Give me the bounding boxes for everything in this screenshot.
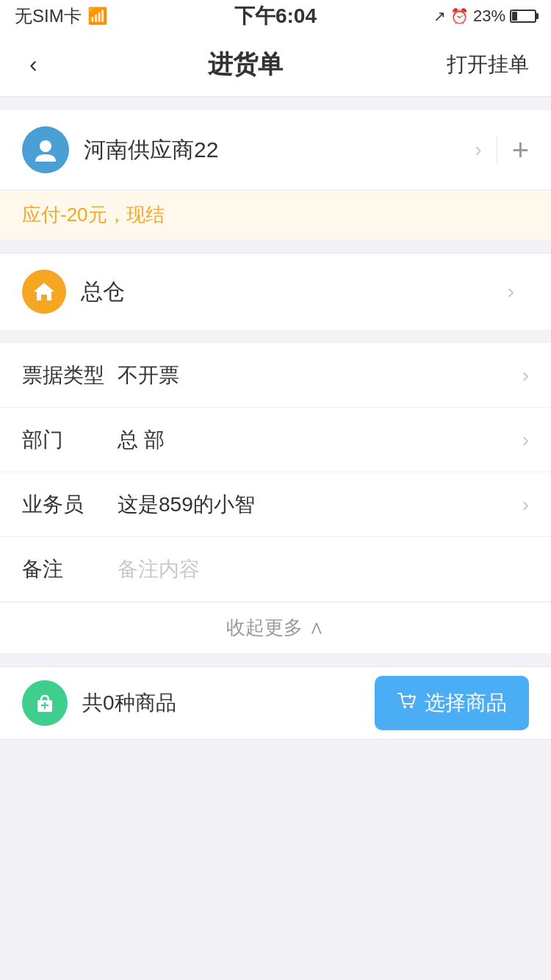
supplier-avatar — [22, 126, 69, 173]
invoice-type-row[interactable]: 票据类型 不开票 › — [0, 343, 551, 408]
remark-row[interactable]: 备注 备注内容 — [0, 537, 551, 602]
salesman-label: 业务员 — [22, 491, 118, 519]
supplier-name: 河南供应商22 — [84, 135, 475, 165]
invoice-type-value: 不开票 — [118, 361, 522, 389]
status-time: 下午6:04 — [234, 2, 317, 30]
department-value: 总 部 — [118, 426, 522, 454]
location-icon: ↗ — [433, 7, 446, 25]
select-product-label: 选择商品 — [425, 689, 507, 717]
department-row[interactable]: 部门 总 部 › — [0, 408, 551, 472]
svg-point-6 — [410, 705, 413, 708]
cart-icon — [397, 691, 417, 711]
salesman-value: 这是859的小智 — [118, 491, 522, 519]
battery-icon — [510, 10, 536, 23]
department-chevron-icon: › — [522, 428, 529, 452]
back-button[interactable]: ‹ — [22, 43, 45, 85]
remark-input[interactable]: 备注内容 — [118, 555, 529, 583]
svg-rect-1 — [41, 295, 47, 300]
section-gap-1 — [0, 97, 551, 110]
alarm-icon: ⏰ — [450, 7, 469, 25]
remark-label: 备注 — [22, 555, 118, 583]
collapse-label: 收起更多 ∧ — [226, 615, 324, 641]
house-icon — [32, 280, 56, 303]
status-right: ↗ ⏰ 23% — [433, 7, 536, 26]
warehouse-row[interactable]: 总仓 › — [0, 253, 551, 330]
page-background — [0, 740, 551, 960]
salesman-chevron-icon: › — [522, 493, 529, 516]
shopping-bag-icon — [32, 691, 57, 716]
notice-bar: 应付-20元，现结 — [0, 190, 551, 239]
person-icon — [32, 137, 59, 163]
collapse-button[interactable]: 收起更多 ∧ — [0, 602, 551, 653]
warehouse-chevron-icon: › — [508, 280, 514, 303]
form-section: 票据类型 不开票 › 部门 总 部 › 业务员 这是859的小智 › 备注 备注… — [0, 343, 551, 602]
invoice-chevron-icon: › — [522, 364, 529, 387]
svg-point-0 — [40, 140, 51, 152]
status-bar: 无SIM卡 📶 下午6:04 ↗ ⏰ 23% — [0, 0, 551, 32]
notice-text: 应付-20元，现结 — [22, 203, 165, 226]
open-pending-button[interactable]: 打开挂单 — [447, 51, 529, 79]
select-product-icon — [397, 691, 417, 716]
divider — [497, 135, 497, 165]
invoice-type-label: 票据类型 — [22, 361, 118, 389]
select-product-button[interactable]: 选择商品 — [375, 676, 529, 730]
warehouse-icon — [22, 270, 66, 314]
status-left: 无SIM卡 📶 — [15, 4, 107, 28]
wifi-icon: 📶 — [87, 7, 107, 26]
product-count-label: 共0种商品 — [82, 689, 375, 717]
bottom-product-section: 共0种商品 选择商品 — [0, 666, 551, 740]
supplier-row[interactable]: 河南供应商22 › + — [0, 110, 551, 190]
battery-percent: 23% — [473, 7, 505, 26]
supplier-chevron-icon: › — [475, 138, 481, 162]
product-icon — [22, 680, 68, 726]
add-supplier-button[interactable]: + — [512, 134, 529, 167]
carrier-label: 无SIM卡 — [15, 4, 82, 28]
nav-bar: ‹ 进货单 打开挂单 — [0, 32, 551, 97]
page-title: 进货单 — [208, 48, 283, 82]
salesman-row[interactable]: 业务员 这是859的小智 › — [0, 472, 551, 537]
department-label: 部门 — [22, 426, 118, 454]
svg-point-5 — [403, 705, 406, 708]
warehouse-name: 总仓 — [81, 277, 508, 307]
section-gap-2 — [0, 239, 551, 253]
